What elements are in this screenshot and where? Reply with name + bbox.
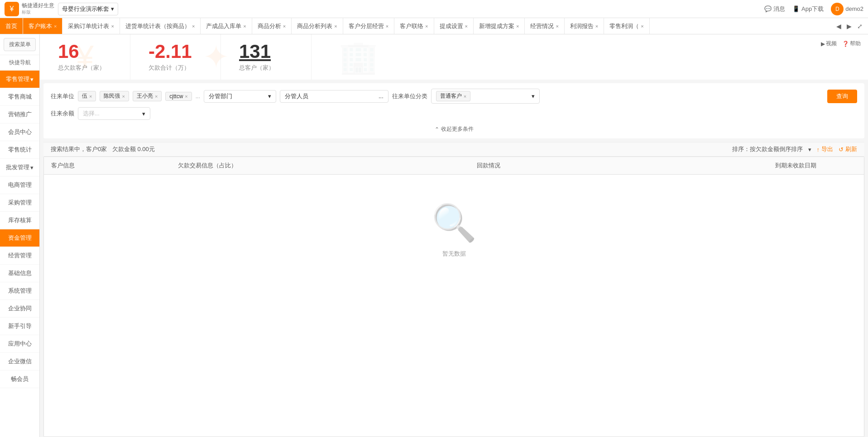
close-icon[interactable]: × <box>556 24 558 29</box>
app-download-button[interactable]: 📱 App下载 <box>792 5 824 13</box>
sidebar-item-basic-info[interactable]: 基础信息 <box>0 265 39 282</box>
table-header: 客户信息 欠款交易信息（占比） 回款情况 到期未收款日期 <box>44 157 864 175</box>
sidebar: 搜索菜单 快捷导航 零售管理 ▾ 零售商城 营销推广 会员中心 零售统计 批发管… <box>0 34 40 437</box>
remove-icon[interactable]: × <box>89 94 92 99</box>
sidebar-item-member-center[interactable]: 会员中心 <box>0 124 39 141</box>
tab-label: 产成品入库单 <box>206 22 241 30</box>
export-button[interactable]: ↑ 导出 <box>817 145 834 153</box>
sidebar-item-operations-mgmt[interactable]: 经营管理 <box>0 247 39 265</box>
remove-icon[interactable]: × <box>122 94 125 99</box>
close-icon[interactable]: × <box>192 24 195 29</box>
export-icon: ↑ <box>817 146 820 153</box>
tab-product-analysis-list[interactable]: 商品分析列表 × <box>292 18 343 34</box>
collapse-button[interactable]: ⌃ 收起更多条件 <box>51 124 857 135</box>
close-icon[interactable]: × <box>465 24 468 29</box>
message-button[interactable]: 💬 消息 <box>764 5 785 13</box>
tab-label: 商品分析列表 <box>297 22 332 30</box>
tab-label: 进货单统计表（按商品） <box>125 22 190 30</box>
sidebar-item-enterprise-collab[interactable]: 企业协同 <box>0 300 39 318</box>
category-filter-label: 往来单位分类 <box>392 92 427 100</box>
refresh-button[interactable]: ↺ 刷新 <box>839 145 857 153</box>
tab-retail-profit[interactable]: 零售利润（ × <box>604 18 649 34</box>
sidebar-item-finance[interactable]: 资金管理 <box>0 229 39 247</box>
stats-total-amount-label: 欠款合计（万） <box>149 64 202 72</box>
tab-purchase-stats-by-product[interactable]: 进货单统计表（按商品） × <box>120 18 201 34</box>
close-icon[interactable]: × <box>641 24 643 29</box>
sidebar-item-system-mgmt[interactable]: 系统管理 <box>0 282 39 300</box>
user-area[interactable]: D demo2 <box>831 3 863 15</box>
tab-home[interactable]: 首页 <box>0 18 23 34</box>
sidebar-item-retail-stats[interactable]: 零售统计 <box>0 141 39 159</box>
tab-profit-report[interactable]: 利润报告 × <box>565 18 604 34</box>
logo-text: 畅捷通好生意 <box>22 2 54 10</box>
sidebar-item-chang-member[interactable]: 畅会员 <box>0 370 39 388</box>
sidebar-item-inventory[interactable]: 库存核算 <box>0 212 39 229</box>
filter-tag-ordinary-customer[interactable]: 普通客户 × <box>436 91 470 101</box>
more-tags-button[interactable]: ... <box>196 93 200 100</box>
table-wrapper: 客户信息 欠款交易信息（占比） 回款情况 到期未收款日期 🔍 暂无数据 <box>43 157 864 437</box>
tab-product-analysis[interactable]: 商品分析 × <box>252 18 292 34</box>
nav-prev-button[interactable]: ◀ <box>834 22 843 31</box>
tab-customer-ledger[interactable]: 客户账本 × <box>23 18 62 34</box>
video-button[interactable]: ▶ 视频 <box>821 40 837 48</box>
close-icon[interactable]: × <box>243 24 246 29</box>
close-icon[interactable]: × <box>111 24 114 29</box>
tab-operations[interactable]: 经营情况 × <box>525 18 564 34</box>
tab-commission-settings[interactable]: 提成设置 × <box>434 18 474 34</box>
close-icon[interactable]: × <box>595 24 598 29</box>
close-icon[interactable]: × <box>516 24 519 29</box>
chevron-down-icon: ▾ <box>142 110 145 117</box>
person-select[interactable]: 分管人员 ... <box>280 90 388 103</box>
category-select[interactable]: 普通客户 × ▾ <box>431 89 540 104</box>
tab-purchase-order-stats[interactable]: 采购订单统计表 × <box>62 18 120 34</box>
sidebar-item-enterprise-wechat[interactable]: 企业微信 <box>0 353 39 370</box>
stats-item-total-customers: 16 总欠款客户（家） <box>40 34 130 80</box>
dept-label: 分管部门 <box>209 92 232 100</box>
filter-tag-chen[interactable]: 陈民强 × <box>100 91 129 101</box>
sidebar-item-retail-mall[interactable]: 零售商城 <box>0 88 39 106</box>
sidebar-item-marketing[interactable]: 营销推广 <box>0 106 39 124</box>
dept-select[interactable]: 分管部门 ▾ <box>204 90 276 103</box>
tab-customer-contact[interactable]: 客户联络 × <box>394 18 434 34</box>
chevron-down-icon: ▾ <box>532 93 535 100</box>
nav-expand-button[interactable]: ⤢ <box>855 22 864 31</box>
remove-icon[interactable]: × <box>185 94 187 99</box>
balance-select[interactable]: 选择... ▾ <box>78 107 150 120</box>
stats-total-customers-value: 16 <box>58 42 112 61</box>
tab-add-commission-plan[interactable]: 新增提成方案 × <box>474 18 525 34</box>
close-icon[interactable]: × <box>425 24 428 29</box>
sidebar-item-ecommerce[interactable]: 电商管理 <box>0 176 39 194</box>
sidebar-item-retail-management[interactable]: 零售管理 ▾ <box>0 71 39 88</box>
tab-production-receipt[interactable]: 产成品入库单 × <box>201 18 252 34</box>
sidebar-item-newbie-guide[interactable]: 新手引导 <box>0 318 39 335</box>
account-selector[interactable]: 母婴行业演示帐套 ▾ <box>58 3 118 15</box>
close-icon[interactable]: × <box>283 24 286 29</box>
message-icon: 💬 <box>764 5 772 12</box>
search-menu-button[interactable]: 搜索菜单 <box>4 38 36 51</box>
remove-icon[interactable]: × <box>464 94 466 99</box>
remove-icon[interactable]: × <box>155 94 158 99</box>
filter-dots[interactable]: ... <box>379 93 384 100</box>
nav-next-button[interactable]: ▶ <box>845 22 854 31</box>
top-bar-right: 💬 消息 📱 App下载 D demo2 <box>764 3 863 15</box>
filter-tag-cjttcw[interactable]: cjttcw × <box>165 92 192 101</box>
close-icon[interactable]: × <box>54 24 57 29</box>
help-button[interactable]: ❓ 帮助 <box>842 40 861 48</box>
table-col-customer-info: 客户信息 <box>51 162 178 170</box>
query-button[interactable]: 查询 <box>827 90 857 103</box>
tab-label: 提成设置 <box>440 22 463 30</box>
sidebar-search-area: 搜索菜单 <box>0 34 39 55</box>
close-icon[interactable]: × <box>386 24 388 29</box>
sidebar-item-app-center[interactable]: 应用中心 <box>0 335 39 353</box>
sidebar-item-purchase[interactable]: 采购管理 <box>0 194 39 212</box>
content-area: ¥ 16 总欠款客户（家） ✦ -2.11 欠款合计（万） 🏢 131 总客户（… <box>40 34 868 437</box>
sidebar-item-wholesale-management[interactable]: 批发管理 ▾ <box>0 159 39 176</box>
filter-tag-wang[interactable]: 王小亮 × <box>133 91 162 101</box>
amount-label: 欠款金额 0.00元 <box>112 146 155 152</box>
export-label: 导出 <box>821 145 833 153</box>
top-bar: ¥ 畅捷通好生意 标版 母婴行业演示帐套 ▾ 💬 消息 📱 App下载 D de… <box>0 0 868 18</box>
quick-nav-button[interactable]: 快捷导航 <box>0 55 39 71</box>
close-icon[interactable]: × <box>334 24 337 29</box>
tab-customer-segmentation[interactable]: 客户分层经营 × <box>343 18 394 34</box>
filter-tag-wu[interactable]: 伍 × <box>78 91 96 101</box>
